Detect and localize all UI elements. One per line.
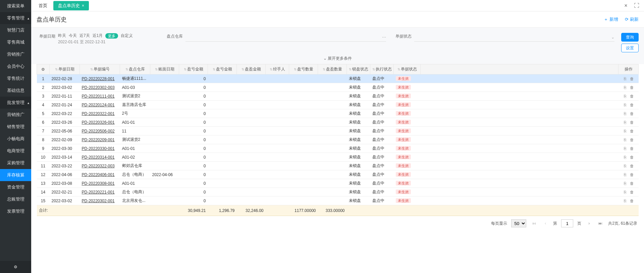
- sidebar-item[interactable]: 电商管理: [0, 145, 31, 157]
- sidebar-item[interactable]: 智慧门店: [0, 24, 31, 36]
- table-row[interactable]: 122022-04-06PD-20220406-001总仓（电商）2022-04…: [37, 170, 639, 179]
- table-header[interactable]: ⇅盘点仓库: [120, 64, 150, 74]
- table-header[interactable]: ⚙: [37, 64, 50, 74]
- doc-link[interactable]: PD-20220314-001: [82, 155, 115, 160]
- table-header[interactable]: ⇅账面日期: [150, 64, 179, 74]
- query-button[interactable]: 查询: [621, 33, 639, 42]
- copy-icon[interactable]: ⎘: [623, 190, 628, 195]
- table-row[interactable]: 72022-05-06PD-20220506-002110未锁盘盘点中未生效⎘🗑: [37, 127, 639, 135]
- delete-icon[interactable]: 🗑: [630, 94, 634, 99]
- copy-icon[interactable]: ⎘: [623, 172, 628, 177]
- table-row[interactable]: 152022-03-02PD-20220302-001北京用友仓...0未锁盘盘…: [37, 197, 639, 205]
- table-header[interactable]: ⇅单据日期: [50, 64, 80, 74]
- last-page-icon[interactable]: ⏭: [597, 220, 604, 227]
- copy-icon[interactable]: ⎘: [623, 120, 628, 125]
- add-button[interactable]: ＋ 新增: [604, 16, 618, 22]
- copy-icon[interactable]: ⎘: [623, 146, 628, 151]
- sidebar-item[interactable]: 零售统计: [0, 72, 31, 85]
- table-header[interactable]: ⇅盘盈数量: [318, 64, 347, 74]
- date-option[interactable]: 近7天: [79, 33, 90, 39]
- delete-icon[interactable]: 🗑: [630, 155, 634, 160]
- delete-icon[interactable]: 🗑: [630, 85, 634, 90]
- table-header[interactable]: 操作: [619, 64, 639, 74]
- table-row[interactable]: 32022-01-11PD-20220111-001测试退货20未锁盘盘点中未生…: [37, 92, 639, 101]
- close-all-icon[interactable]: ×: [621, 1, 631, 10]
- table-row[interactable]: 22022-03-02PD-20220302-003A01-030未锁盘盘点中未…: [37, 83, 639, 92]
- delete-icon[interactable]: 🗑: [630, 146, 634, 151]
- table-header[interactable]: ⇅盘亏金额: [208, 64, 237, 74]
- close-icon[interactable]: ×: [82, 3, 84, 8]
- sidebar-item[interactable]: 营销推广: [0, 109, 31, 121]
- copy-icon[interactable]: ⎘: [623, 155, 628, 160]
- date-option[interactable]: 近1月: [93, 33, 103, 39]
- sidebar-item[interactable]: 发票管理: [0, 205, 31, 217]
- copy-icon[interactable]: ⎘: [623, 164, 628, 168]
- refresh-button[interactable]: ⟳ 刷新: [625, 16, 639, 22]
- sidebar-item[interactable]: 资金管理: [0, 181, 31, 193]
- doc-link[interactable]: PD-20220228-001: [82, 76, 115, 81]
- sidebar-item[interactable]: 小畅电商: [0, 133, 31, 145]
- per-page-select[interactable]: 50: [511, 219, 526, 227]
- sidebar-item[interactable]: 总账管理: [0, 193, 31, 205]
- delete-icon[interactable]: 🗑: [630, 129, 634, 133]
- sidebar-item[interactable]: 营销推广: [0, 48, 31, 60]
- table-header[interactable]: ⇅单据状态: [394, 64, 421, 74]
- sidebar-item[interactable]: 库存核算: [0, 169, 31, 181]
- copy-icon[interactable]: ⎘: [623, 199, 628, 203]
- copy-icon[interactable]: ⎘: [623, 76, 628, 81]
- tab-home[interactable]: 首页: [34, 1, 52, 10]
- table-row[interactable]: 112022-03-22PD-20220322-003邺郊店仓库0未锁盘盘点中未…: [37, 162, 639, 170]
- doc-link[interactable]: PD-20220308-001: [82, 181, 115, 186]
- status-select[interactable]: ⌄: [414, 33, 615, 42]
- table-row[interactable]: 42022-01-24PD-20220124-001嘉言路店仓库0未锁盘盘点中未…: [37, 101, 639, 109]
- table-header[interactable]: ⇅锁盘状态: [347, 64, 370, 74]
- delete-icon[interactable]: 🗑: [630, 181, 634, 186]
- sidebar-item[interactable]: 采购管理: [0, 157, 31, 169]
- page-input[interactable]: [561, 219, 573, 227]
- table-row[interactable]: 82022-02-09PD-20220209-001测试退货20未锁盘盘点中未生…: [37, 135, 639, 144]
- table-header[interactable]: ⇅执行状态: [370, 64, 394, 74]
- date-option-custom[interactable]: 自定义: [121, 33, 133, 39]
- table-header[interactable]: ⇅盈亏金额: [179, 64, 208, 74]
- doc-link[interactable]: PD-20220209-001: [82, 138, 115, 142]
- copy-icon[interactable]: ⎘: [623, 111, 628, 116]
- doc-link[interactable]: PD-20220111-001: [82, 94, 115, 99]
- copy-icon[interactable]: ⎘: [623, 103, 628, 107]
- table-header[interactable]: ⇅盘亏数量: [289, 64, 318, 74]
- doc-link[interactable]: PD-20220322-003: [82, 164, 115, 168]
- table-row[interactable]: 62022-03-26PD-20220326-001A01-010未锁盘盘点中未…: [37, 118, 639, 127]
- doc-link[interactable]: PD-20220406-001: [82, 172, 115, 177]
- sidebar-group[interactable]: 批发管理▴: [0, 97, 31, 109]
- doc-link[interactable]: PD-20220506-002: [82, 129, 115, 133]
- delete-icon[interactable]: 🗑: [630, 76, 634, 81]
- sidebar-item[interactable]: 基础信息: [0, 85, 31, 97]
- delete-icon[interactable]: 🗑: [630, 138, 634, 142]
- date-option[interactable]: 昨天: [58, 33, 66, 39]
- table-row[interactable]: 52022-03-22PD-20220322-0012号0未锁盘盘点中未生效⎘🗑: [37, 109, 639, 118]
- doc-link[interactable]: PD-20220330-001: [82, 146, 115, 151]
- table-row[interactable]: 142022-02-21PD-20220221-001总仓（电商）0未锁盘盘点中…: [37, 188, 639, 197]
- fullscreen-icon[interactable]: ⛶: [632, 1, 641, 10]
- sidebar-group[interactable]: 零售管理▴: [0, 12, 31, 24]
- copy-icon[interactable]: ⎘: [623, 85, 628, 90]
- sidebar-item[interactable]: 会员中心: [0, 60, 31, 72]
- copy-icon[interactable]: ⎘: [623, 129, 628, 133]
- table-row[interactable]: 12022-02-28PD-20220228-001畅捷通1111...0未锁盘…: [37, 74, 639, 83]
- doc-link[interactable]: PD-20220326-001: [82, 120, 115, 125]
- delete-icon[interactable]: 🗑: [630, 103, 634, 107]
- table-header[interactable]: ⇅单据编号: [80, 64, 120, 74]
- copy-icon[interactable]: ⎘: [623, 181, 628, 186]
- sidebar-settings[interactable]: ⚙: [0, 261, 31, 273]
- table-header[interactable]: ⇅经手人: [266, 64, 289, 74]
- table-row[interactable]: 102022-03-14PD-20220314-001A01-020未锁盘盘点中…: [37, 153, 639, 162]
- sidebar-search[interactable]: 搜索菜单: [0, 0, 31, 12]
- delete-icon[interactable]: 🗑: [630, 190, 634, 195]
- doc-link[interactable]: PD-20220124-001: [82, 103, 115, 107]
- delete-icon[interactable]: 🗑: [630, 111, 634, 116]
- doc-link[interactable]: PD-20220221-001: [82, 190, 115, 195]
- next-page-icon[interactable]: ›: [585, 220, 593, 227]
- doc-link[interactable]: PD-20220322-001: [82, 111, 115, 116]
- copy-icon[interactable]: ⎘: [623, 94, 628, 99]
- table-header[interactable]: ⇅盘盈金额: [237, 64, 266, 74]
- prev-page-icon[interactable]: ‹: [542, 220, 549, 227]
